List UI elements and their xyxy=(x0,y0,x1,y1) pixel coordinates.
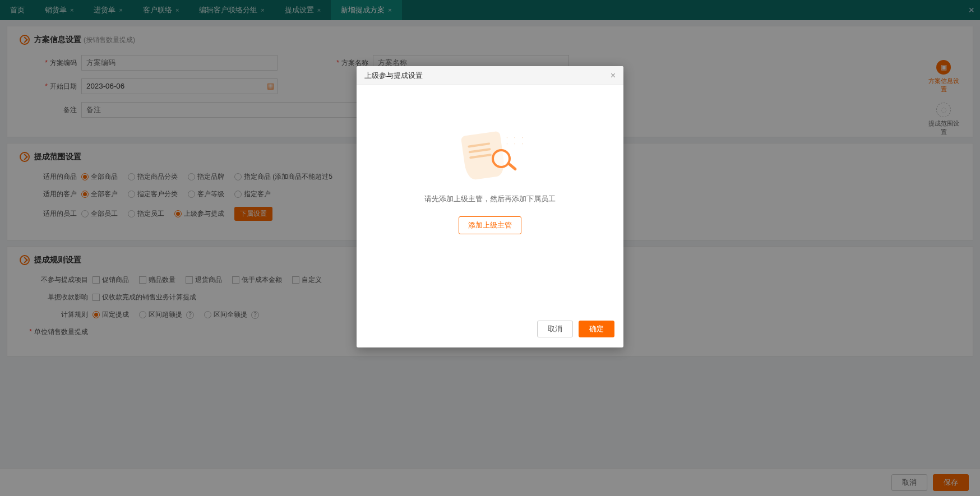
add-superior-button[interactable]: 添加上级主管 xyxy=(459,216,521,234)
superior-commission-modal: 上级参与提成设置 × · · ·· · · 请先添加上级主管，然后再添加下属员工… xyxy=(357,66,623,347)
modal-title: 上级参与提成设置 xyxy=(364,71,423,81)
modal-header: 上级参与提成设置 × xyxy=(357,66,623,85)
modal-confirm-button[interactable]: 确定 xyxy=(579,321,614,337)
close-icon[interactable]: × xyxy=(611,71,616,81)
modal-body: · · ·· · · 请先添加上级主管，然后再添加下属员工 添加上级主管 xyxy=(357,85,623,257)
empty-text: 请先添加上级主管，然后再添加下属员工 xyxy=(368,194,612,204)
magnifier-icon xyxy=(492,149,511,168)
modal-overlay[interactable]: 上级参与提成设置 × · · ·· · · 请先添加上级主管，然后再添加下属员工… xyxy=(0,0,980,496)
modal-cancel-button[interactable]: 取消 xyxy=(537,321,573,337)
empty-illustration: · · ·· · · xyxy=(454,130,526,180)
modal-footer: 取消 确定 xyxy=(357,318,623,347)
